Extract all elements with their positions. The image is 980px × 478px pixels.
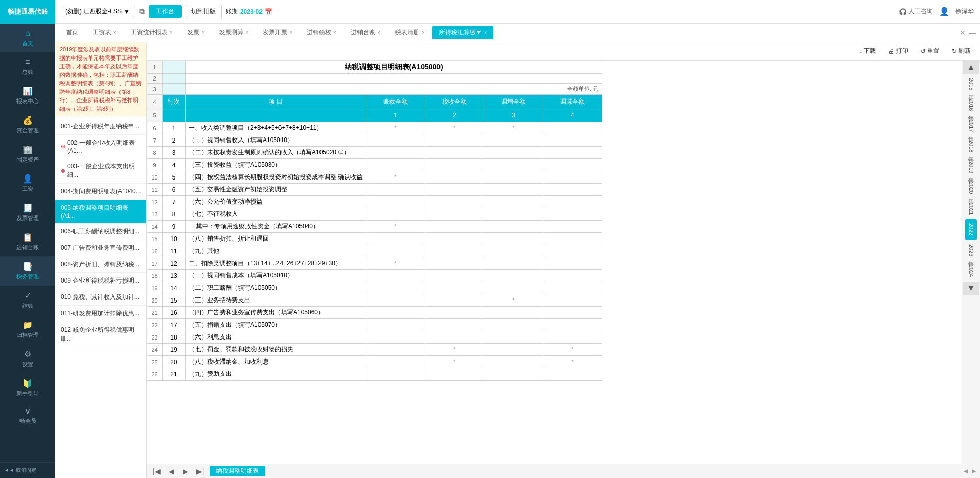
- sidebar-item-label: 发票管理: [16, 214, 39, 222]
- reset-button[interactable]: ↺ 重置: [917, 45, 943, 57]
- tab-close-icon[interactable]: ×: [333, 30, 336, 35]
- tab-close-icon[interactable]: ×: [484, 30, 487, 35]
- sheet-nav-prev[interactable]: ◀: [167, 466, 176, 476]
- year-2016[interactable]: 2016年: [965, 94, 977, 115]
- sidebar-item-finance[interactable]: 💰 资金管理: [0, 110, 55, 140]
- year-2022[interactable]: 2022年: [965, 219, 977, 240]
- sidebar-item-label: 归档管理: [16, 331, 39, 339]
- old-version-button[interactable]: 切到旧版: [186, 5, 222, 18]
- tab-home[interactable]: 首页: [59, 26, 85, 39]
- tab-close-icon[interactable]: ×: [113, 30, 116, 35]
- list-item-004[interactable]: 004-期间费用明细表(A1040...: [55, 184, 146, 200]
- scroll-left-icon[interactable]: ◀: [964, 468, 968, 474]
- sheet-tab-active[interactable]: 纳税调整明细表: [210, 466, 265, 476]
- sidebar-item-label: 首页: [22, 39, 33, 47]
- tab-close-icon[interactable]: ×: [170, 30, 173, 35]
- sheet-nav-next[interactable]: ▶: [181, 466, 190, 476]
- tab-invoice-calc[interactable]: 发票测算 ×: [212, 26, 255, 39]
- sidebar-item-assets[interactable]: 🏢 固定资产: [0, 140, 55, 169]
- list-item-002[interactable]: ⊗ 002-一般企业收入明细表(A1...: [55, 135, 146, 158]
- service-btn[interactable]: 🎧 人工咨询: [899, 7, 933, 16]
- sidebar-item-tax[interactable]: 📑 税务管理: [0, 256, 55, 286]
- sidebar-item-vip[interactable]: V 畅会员: [0, 403, 55, 430]
- tab-payroll-report[interactable]: 工资统计报表 ×: [124, 26, 179, 39]
- list-item-001[interactable]: 001-企业所得税年度纳税申...: [55, 118, 146, 135]
- sidebar-item-archive[interactable]: 📁 归档管理: [0, 315, 55, 344]
- left-list: 001-企业所得税年度纳税申... ⊗ 002-一般企业收入明细表(A1... …: [55, 116, 146, 349]
- list-item-007[interactable]: 007-广告费和业务宣传费明...: [55, 240, 146, 256]
- year-2018[interactable]: 2018年: [965, 136, 977, 156]
- col-header-shuishou: 税收全额: [425, 95, 484, 109]
- calendar-icon[interactable]: 📅: [265, 8, 272, 15]
- sidebar-item-label: 结账: [22, 302, 33, 310]
- list-item-005[interactable]: 005-纳税调整项目明细表(A1...: [55, 200, 146, 224]
- sidebar-item-ledger[interactable]: ≡ 总账: [0, 52, 55, 81]
- year-2024[interactable]: 2024年: [965, 261, 977, 281]
- table-row: 11 6 （五）交易性金融资产初始投资调整: [147, 184, 602, 196]
- table-row: 25 20 （八）税收滞纳金、加收利息 * *: [147, 356, 602, 368]
- sidebar-item-home[interactable]: ⌂ 首页: [0, 24, 55, 52]
- copy-icon[interactable]: ⧉: [139, 7, 145, 16]
- download-button[interactable]: ↓ 下载: [856, 45, 879, 57]
- tab-invoice[interactable]: 发票 ×: [181, 26, 211, 39]
- year-2020[interactable]: 2020年: [965, 177, 977, 198]
- close-all-icon[interactable]: ✕: [959, 29, 966, 37]
- sidebar-item-reports[interactable]: 📊 报表中心: [0, 81, 55, 110]
- list-item-006[interactable]: 006-职工薪酬纳税调整明细...: [55, 224, 146, 240]
- spreadsheet-container[interactable]: 1 纳税调整项目明细表(A105000) 2: [147, 61, 962, 464]
- tab-close-icon[interactable]: ×: [422, 30, 425, 35]
- workbench-button[interactable]: 工作台: [149, 5, 182, 18]
- avatar-icon: 👤: [939, 7, 949, 16]
- sidebar-item-label: 工资: [22, 185, 33, 193]
- sheet-nav-first[interactable]: |◀: [151, 466, 163, 476]
- sidebar-item-guide[interactable]: 🔰 新手引导: [0, 373, 55, 403]
- list-item-008[interactable]: 008-资产折旧、摊销及纳税...: [55, 256, 146, 273]
- tab-sales-ledger[interactable]: 进销台账 ×: [344, 26, 387, 39]
- year-2019[interactable]: 2019年: [965, 157, 977, 177]
- list-item-011[interactable]: 011-研发费用加计扣除优惠...: [55, 306, 146, 322]
- refresh-button[interactable]: ↻ 刷新: [949, 45, 974, 57]
- scroll-right-icon[interactable]: ▶: [972, 468, 976, 474]
- year-2023[interactable]: 2023年: [965, 240, 977, 261]
- sidebar-item-close[interactable]: ✓ 结账: [0, 286, 55, 315]
- tab-sales-check[interactable]: 进销磅校 ×: [300, 26, 343, 39]
- list-item-009[interactable]: 009-企业所得税税补亏损明...: [55, 273, 146, 289]
- table-row: 7 2 （一）视同销售收入（填写A105010）: [147, 134, 602, 147]
- sidebar-item-payroll[interactable]: 👤 工资: [0, 169, 55, 198]
- tab-close-icon[interactable]: ×: [202, 30, 205, 35]
- period-value: 2023-02: [240, 8, 263, 15]
- tab-invoice-open[interactable]: 发票开票 ×: [256, 26, 299, 39]
- tab-close-icon[interactable]: ×: [246, 30, 249, 35]
- sidebar-item-label: 进销台账: [16, 244, 39, 251]
- tab-close-icon[interactable]: ×: [377, 30, 381, 35]
- sheet-tab-right: ◀ ▶: [964, 468, 976, 474]
- list-item-003[interactable]: ⊗ 003-一般企业成本支出明细...: [55, 158, 146, 184]
- sheet-nav-last[interactable]: ▶|: [194, 466, 206, 476]
- table-row: 16 11 （九）其他: [147, 245, 602, 257]
- list-item-010[interactable]: 010-免税、减计收入及加计...: [55, 289, 146, 306]
- table-row: 18 13 （一）视同销售成本（填写A105010）: [147, 270, 602, 282]
- unit-label: 全额单位: 元: [186, 84, 602, 95]
- tab-payroll[interactable]: 工资表 ×: [86, 26, 123, 39]
- tab-income-tax[interactable]: 所得税汇算缴▼ ×: [432, 26, 494, 39]
- year-2015[interactable]: 2015年: [965, 74, 977, 94]
- table-row: 20 15 （三）业务招待费支出 *: [147, 294, 602, 307]
- sidebar-item-invoice[interactable]: 🧾 发票管理: [0, 198, 55, 227]
- col-header-tiaozeng: 调增全额: [484, 95, 543, 109]
- sidebar-pin[interactable]: ◄◄ 取消固定: [0, 462, 55, 478]
- table-row: 13 8 （七）不征税收入: [147, 208, 602, 221]
- company-select[interactable]: (勿删) 江西股金-LSS ▼: [62, 6, 135, 17]
- minimize-icon[interactable]: —: [969, 29, 976, 37]
- year-scroll-up[interactable]: ▲: [963, 61, 979, 74]
- list-item-012[interactable]: 012-减免企业所得税优惠明细...: [55, 322, 146, 347]
- sidebar-item-settings[interactable]: ⚙ 设置: [0, 344, 55, 373]
- sidebar-item-sales[interactable]: 📋 进销台账: [0, 227, 55, 256]
- year-scroll-down[interactable]: ▼: [963, 282, 979, 295]
- tab-tax-clear[interactable]: 税表清册 ×: [388, 26, 431, 39]
- tab-close-icon[interactable]: ×: [289, 30, 292, 35]
- print-button[interactable]: 🖨 打印: [885, 45, 911, 57]
- settings-icon: ⚙: [24, 349, 31, 359]
- year-2021[interactable]: 2021年: [965, 198, 977, 219]
- sidebar-item-label: 报表中心: [16, 97, 39, 105]
- year-2017[interactable]: 2017年: [965, 115, 977, 136]
